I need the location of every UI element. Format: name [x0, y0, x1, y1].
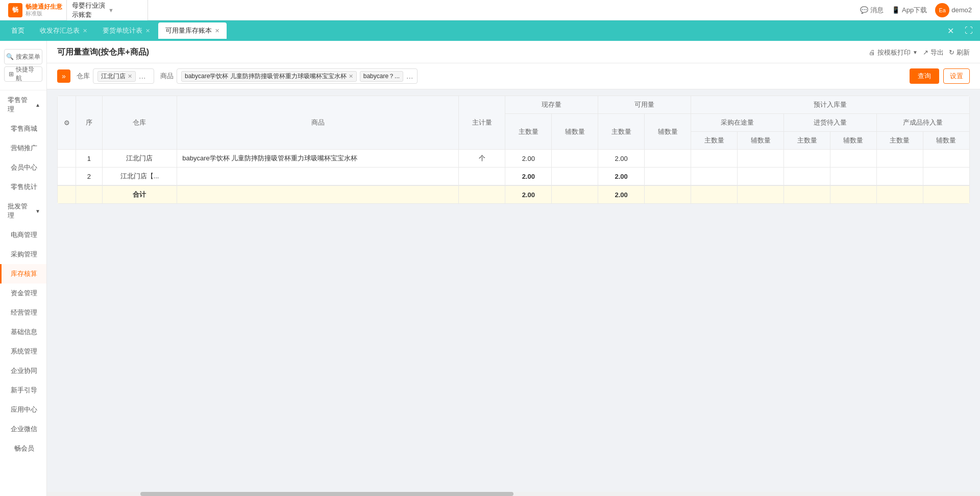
cell-purchase-main-1 — [691, 150, 738, 168]
sidebar-item-新手引导[interactable]: 新手引导 — [0, 381, 46, 400]
content-area: 可用量查询(按仓库+商品) 🖨 按模板打印 ▼ ↗ 导出 ↻ 刷新 » — [47, 41, 980, 496]
home-label: 首页 — [11, 26, 24, 35]
tab-close-0[interactable]: ✕ — [83, 28, 87, 34]
cell-incoming-aux-1 — [830, 150, 876, 168]
setting-button[interactable]: 设置 — [943, 68, 970, 84]
sidebar-item-批发管理[interactable]: 批发管理 ▼ — [0, 197, 46, 225]
cell-incoming-main-2 — [784, 168, 830, 186]
chevron-icon-2: ▼ — [35, 208, 40, 214]
avatar: Ea — [935, 3, 949, 17]
cell-prod-aux-1 — [923, 150, 969, 168]
template-print-button[interactable]: 🖨 按模板打印 ▼ — [869, 48, 918, 57]
export-icon: ↗ — [923, 49, 928, 56]
cell-purchase-main-2 — [691, 168, 738, 186]
cell-prod-main-2 — [876, 168, 923, 186]
expand-nav-icon[interactable]: ⛶ — [962, 23, 976, 38]
th-purchase-transit: 采购在途量 — [691, 114, 784, 132]
th-production-pending: 产成品待入量 — [876, 114, 969, 132]
sidebar-item-电商管理[interactable]: 电商管理 — [0, 225, 46, 245]
th-main-unit: 主计量 — [459, 96, 505, 150]
tab-収発存[interactable]: 收发存汇总表 ✕ — [33, 22, 94, 39]
cell-product-2 — [177, 168, 459, 186]
sidebar-top: 🔍 搜索菜单 ⊞ 快捷导航 — [0, 41, 46, 90]
cell-incoming-main-1 — [784, 150, 830, 168]
th-gear[interactable]: ⚙ — [58, 96, 76, 150]
cell-avail-main-2: 2.00 — [598, 168, 645, 186]
message-label: 消息 — [870, 6, 884, 15]
quick-nav-button[interactable]: ⊞ 快捷导航 — [4, 66, 42, 82]
tab-close-2[interactable]: ✕ — [215, 28, 219, 34]
tab-home[interactable]: 首页 — [4, 26, 32, 35]
search-menu-label: 搜索菜单 — [16, 53, 40, 61]
cell-avail-aux-1 — [645, 150, 691, 168]
sidebar-label-0: 零售管理 — [8, 96, 33, 114]
th-prod-aux: 辅数量 — [923, 132, 969, 150]
sidebar-item-零售商城[interactable]: 零售商城 — [0, 119, 46, 138]
search-menu-button[interactable]: 🔍 搜索菜单 — [4, 49, 42, 64]
product-tag-1-remove[interactable]: ✕ — [349, 73, 353, 80]
tab-可用量[interactable]: 可用量库存账本 ✕ — [158, 22, 227, 39]
top-bar: 畅 畅捷通好生意 标准版 母婴行业演示账套 ▼ 💬 消息 📱 App下载 Ea … — [0, 0, 980, 20]
store-selector[interactable]: 母婴行业演示账套 ▼ — [66, 0, 148, 22]
product-tag-1: babycare学饮杯 儿童防摔防撞吸管杯重力球吸嘴杯宝宝水杯 ✕ — [181, 71, 357, 82]
product-input[interactable]: babycare学饮杯 儿童防摔防撞吸管杯重力球吸嘴杯宝宝水杯 ✕ babyca… — [177, 68, 418, 84]
cell-stock-main-2: 2.00 — [505, 168, 552, 186]
tab-close-1[interactable]: ✕ — [145, 28, 150, 34]
sidebar-label-17: 畅会员 — [14, 444, 34, 453]
query-button[interactable]: 查询 — [910, 68, 939, 84]
warehouse-input[interactable]: 江北门店 ✕ ... — [93, 68, 154, 84]
sidebar-item-营销推广[interactable]: 营销推广 — [0, 138, 46, 158]
print-icon: 🖨 — [869, 49, 875, 56]
sidebar-item-库存核算[interactable]: 库存核算 — [0, 264, 46, 284]
user-menu[interactable]: Ea demo2 — [935, 3, 972, 17]
th-seq: 序 — [76, 96, 103, 150]
nav-right-icons: ✕ ⛶ — [943, 23, 976, 38]
footer-stock-main: 2.00 — [505, 185, 552, 204]
close-nav-icon[interactable]: ✕ — [943, 23, 958, 38]
th-stock-main: 主数量 — [505, 114, 552, 150]
horizontal-scrollbar[interactable] — [47, 492, 980, 496]
sidebar-item-资金管理[interactable]: 资金管理 — [0, 284, 46, 303]
product-more[interactable]: ... — [406, 72, 413, 81]
sidebar-item-采购管理[interactable]: 采购管理 — [0, 245, 46, 264]
sidebar-item-企业协同[interactable]: 企业协同 — [0, 361, 46, 381]
chevron-icon: ▲ — [35, 102, 40, 108]
expand-filter-button[interactable]: » — [57, 69, 70, 83]
export-button[interactable]: ↗ 导出 — [923, 48, 944, 57]
sidebar-items: 零售管理 ▲ 零售商城 营销推广 会员中心 零售统计 批发管理 ▼ 电商管理 — [0, 90, 46, 458]
table-row: 1 江北门店 babycare学饮杯 儿童防摔防撞吸管杯重力球吸嘴杯宝宝水杯 个… — [58, 150, 970, 168]
sidebar-item-基础信息[interactable]: 基础信息 — [0, 322, 46, 342]
app-download-label: App下载 — [902, 6, 927, 15]
sidebar-label-6: 电商管理 — [11, 230, 37, 240]
footer-avail-main: 2.00 — [598, 185, 645, 204]
sidebar-item-经营管理[interactable]: 经营管理 — [0, 303, 46, 322]
sidebar-item-零售管理[interactable]: 零售管理 ▲ — [0, 90, 46, 119]
tab-要货单[interactable]: 要货单统计表 ✕ — [95, 22, 157, 39]
sidebar-item-应用中心[interactable]: 应用中心 — [0, 400, 46, 419]
app-download-button[interactable]: 📱 App下载 — [892, 6, 927, 15]
footer-incoming-main — [784, 185, 830, 204]
quick-nav-label: 快捷导航 — [16, 65, 38, 83]
sidebar-item-零售统计[interactable]: 零售统计 — [0, 177, 46, 197]
th-product: 商品 — [177, 96, 459, 150]
sidebar-item-会员中心[interactable]: 会员中心 — [0, 158, 46, 177]
cell-warehouse-1: 江北门店 — [102, 150, 177, 168]
scroll-thumb[interactable] — [140, 492, 513, 496]
mobile-icon: 📱 — [892, 6, 900, 14]
logo-icon: 畅 — [8, 3, 22, 17]
sidebar-item-系统管理[interactable]: 系统管理 — [0, 342, 46, 361]
warehouse-tag-remove[interactable]: ✕ — [128, 73, 132, 80]
th-avail-main: 主数量 — [598, 114, 645, 150]
th-incoming-aux: 辅数量 — [830, 132, 876, 150]
cell-product-1: babycare学饮杯 儿童防摔防撞吸管杯重力球吸嘴杯宝宝水杯 — [177, 150, 459, 168]
warehouse-more[interactable]: ... — [139, 72, 145, 81]
refresh-button[interactable]: ↻ 刷新 — [949, 48, 970, 57]
sidebar-item-畅会员[interactable]: 畅会员 — [0, 439, 46, 458]
nav-tabs: 首页 收发存汇总表 ✕ 要货单统计表 ✕ 可用量库存账本 ✕ ✕ ⛶ — [0, 20, 980, 41]
page-title: 可用量查询(按仓库+商品) — [57, 47, 149, 58]
message-button[interactable]: 💬 消息 — [860, 6, 884, 15]
tab-label-0: 收发存汇总表 — [40, 26, 80, 35]
sidebar-item-企业微信[interactable]: 企业微信 — [0, 419, 46, 439]
page-header: 可用量查询(按仓库+商品) 🖨 按模板打印 ▼ ↗ 导出 ↻ 刷新 — [47, 41, 980, 63]
footer-purchase-aux — [738, 185, 784, 204]
